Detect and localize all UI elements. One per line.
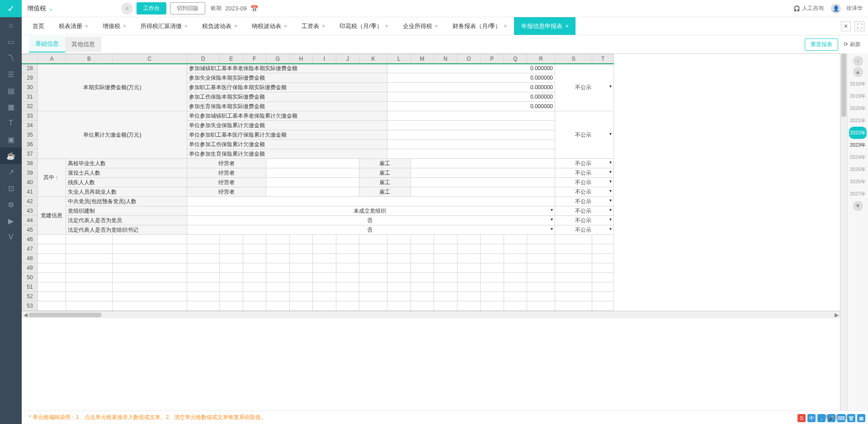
empty-r53-8[interactable] bbox=[313, 301, 336, 311]
row-header-30[interactable]: 30 bbox=[22, 83, 38, 92]
empty-r52-18[interactable] bbox=[555, 292, 592, 301]
empty-r52-12[interactable] bbox=[410, 292, 434, 301]
nav-v-icon[interactable]: V bbox=[0, 229, 22, 245]
empty-r49-8[interactable] bbox=[313, 263, 336, 273]
year-2024年[interactable]: 2024年 bbox=[849, 151, 867, 163]
label-r34[interactable]: 单位参加失业保险累计欠缴金额 bbox=[187, 121, 387, 130]
tab-3[interactable]: 所得税汇算清缴× bbox=[133, 17, 195, 35]
support-link[interactable]: 🎧 人工咨询 bbox=[793, 5, 824, 12]
empty-r47-6[interactable] bbox=[266, 244, 290, 254]
label-r43[interactable]: 党组织建制 bbox=[66, 206, 187, 216]
empty-r53-4[interactable] bbox=[219, 301, 243, 311]
empty-r47-19[interactable] bbox=[592, 244, 614, 254]
val-r29[interactable]: 0.000000 bbox=[387, 73, 555, 83]
empty-r46-19[interactable] bbox=[592, 235, 614, 244]
disp-r39[interactable]: 不公示 bbox=[555, 168, 614, 178]
row-header-32[interactable]: 32 bbox=[22, 102, 38, 111]
empty-r47-12[interactable] bbox=[410, 244, 434, 254]
vertical-scrollbar[interactable] bbox=[840, 53, 847, 410]
subtab-basic[interactable]: 基础信息 bbox=[29, 36, 65, 52]
label-r39[interactable]: 退役士兵人数 bbox=[66, 168, 187, 178]
disp-g1[interactable]: 不公示 bbox=[555, 64, 614, 111]
blank1-r41[interactable] bbox=[266, 187, 359, 197]
col2-r40[interactable]: 雇工 bbox=[359, 178, 410, 187]
empty-r46-16[interactable] bbox=[504, 235, 527, 244]
label-r40[interactable]: 残疾人人数 bbox=[66, 178, 187, 187]
empty-r51-4[interactable] bbox=[219, 282, 243, 292]
year-up-button[interactable]: ▲ bbox=[853, 67, 863, 77]
col-header-L[interactable]: L bbox=[387, 54, 410, 64]
empty-r53-14[interactable] bbox=[457, 301, 481, 311]
empty-r49-7[interactable] bbox=[289, 263, 313, 273]
empty-r47-5[interactable] bbox=[243, 244, 266, 254]
col-header-M[interactable]: M bbox=[410, 54, 434, 64]
col-header-E[interactable]: E bbox=[219, 54, 243, 64]
row-header-53[interactable]: 53 bbox=[22, 301, 38, 311]
tab-close-icon[interactable]: × bbox=[504, 23, 507, 29]
col1-r38[interactable]: 经营者 bbox=[187, 159, 266, 168]
empty-r49-19[interactable] bbox=[592, 263, 614, 273]
scroll-left-icon[interactable]: ◀ bbox=[22, 312, 29, 318]
nav-active-icon[interactable]: ☕ bbox=[0, 148, 22, 164]
empty-r50-0[interactable] bbox=[38, 273, 66, 282]
disp-r38[interactable]: 不公示 bbox=[555, 159, 614, 168]
val-r43[interactable]: 未成立党组织 bbox=[187, 206, 555, 216]
col-header-B[interactable]: B bbox=[66, 54, 112, 64]
vscroll-thumb[interactable] bbox=[841, 53, 846, 117]
empty-r51-19[interactable] bbox=[592, 282, 614, 292]
empty-r50-16[interactable] bbox=[504, 273, 527, 282]
row-header-28[interactable]: 28 bbox=[22, 64, 38, 73]
empty-r53-2[interactable] bbox=[112, 301, 187, 311]
empty-r48-9[interactable] bbox=[336, 254, 359, 263]
blank2-r38[interactable] bbox=[410, 159, 555, 168]
empty-r46-3[interactable] bbox=[187, 235, 219, 244]
empty-r47-10[interactable] bbox=[359, 244, 387, 254]
empty-r52-17[interactable] bbox=[527, 292, 555, 301]
row-header-31[interactable]: 31 bbox=[22, 92, 38, 102]
nav-home-icon[interactable]: ⌂ bbox=[0, 17, 22, 33]
empty-r52-19[interactable] bbox=[592, 292, 614, 301]
empty-r51-18[interactable] bbox=[555, 282, 592, 292]
empty-r53-18[interactable] bbox=[555, 301, 592, 311]
empty-r53-3[interactable] bbox=[187, 301, 219, 311]
empty-r50-17[interactable] bbox=[527, 273, 555, 282]
val-r30[interactable]: 0.000000 bbox=[387, 83, 555, 92]
disp-r43[interactable]: 不公示 bbox=[555, 206, 614, 216]
empty-r47-1[interactable] bbox=[66, 244, 112, 254]
col-header-C[interactable]: C bbox=[112, 54, 187, 64]
empty-r47-2[interactable] bbox=[112, 244, 187, 254]
empty-r49-11[interactable] bbox=[387, 263, 410, 273]
row-header-52[interactable]: 52 bbox=[22, 292, 38, 301]
empty-r48-17[interactable] bbox=[527, 254, 555, 263]
nav-doc-icon[interactable]: ▭ bbox=[0, 33, 22, 50]
empty-r52-8[interactable] bbox=[313, 292, 336, 301]
user-avatar[interactable]: 👤 bbox=[831, 4, 841, 14]
empty-r51-10[interactable] bbox=[359, 282, 387, 292]
tab-8[interactable]: 企业所得税× bbox=[396, 17, 445, 35]
empty-r47-7[interactable] bbox=[289, 244, 313, 254]
year-2022年[interactable]: 2022年 bbox=[849, 127, 867, 139]
empty-r46-17[interactable] bbox=[527, 235, 555, 244]
col-header-S[interactable]: S bbox=[555, 54, 592, 64]
col1-r39[interactable]: 经营者 bbox=[187, 168, 266, 178]
label-r36[interactable]: 单位参加工伤保险累计欠缴金额 bbox=[187, 140, 387, 149]
empty-r52-14[interactable] bbox=[457, 292, 481, 301]
row-header-38[interactable]: 38 bbox=[22, 159, 38, 168]
tab-close-icon[interactable]: × bbox=[184, 23, 188, 29]
col-header-K[interactable]: K bbox=[359, 54, 387, 64]
empty-r46-8[interactable] bbox=[313, 235, 336, 244]
empty-r53-16[interactable] bbox=[504, 301, 527, 311]
val-r37[interactable] bbox=[387, 149, 555, 159]
tab-close-icon[interactable]: × bbox=[385, 23, 388, 29]
val-r45[interactable]: 否 bbox=[187, 225, 555, 235]
empty-r50-4[interactable] bbox=[219, 273, 243, 282]
empty-r49-12[interactable] bbox=[410, 263, 434, 273]
spreadsheet[interactable]: ABCDEFGHIJKLMNOPQRST 28本期实际缴费金额(万元)参加城镇职… bbox=[22, 53, 840, 410]
ime-punct-icon[interactable]: ， bbox=[817, 414, 826, 422]
empty-r47-11[interactable] bbox=[387, 244, 410, 254]
empty-r48-12[interactable] bbox=[410, 254, 434, 263]
val-r32[interactable]: 0.000000 bbox=[387, 102, 555, 111]
empty-r48-10[interactable] bbox=[359, 254, 387, 263]
empty-r47-17[interactable] bbox=[527, 244, 555, 254]
col-header-R[interactable]: R bbox=[527, 54, 555, 64]
